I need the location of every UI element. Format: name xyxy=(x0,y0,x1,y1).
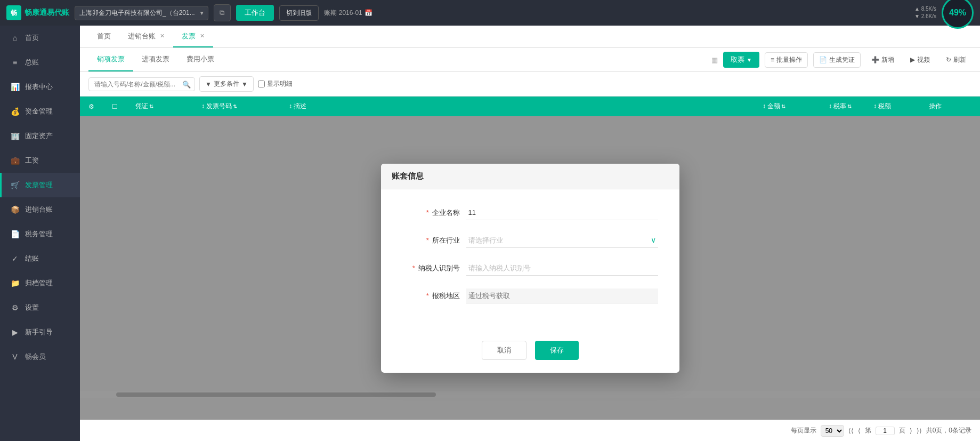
inner-tab-purchase-label: 进项发票 xyxy=(142,55,169,63)
sidebar-label-guide: 新手引导 xyxy=(25,327,53,337)
copy-icon: ⧉ xyxy=(220,9,224,17)
sidebar-item-guide[interactable]: ▶ 新手引导 xyxy=(0,320,80,344)
sidebar-label-home: 首页 xyxy=(25,33,39,43)
workbench-button[interactable]: 工作台 xyxy=(236,5,274,21)
pagination-bar: 每页显示 50 ⟨⟨ ⟨ 第 页 ⟩ ⟩⟩ 共0页，0条记录 xyxy=(80,420,980,441)
gen-voucher-icon: 📄 xyxy=(819,56,827,63)
label-company: * 企业名称 xyxy=(402,208,466,218)
page-input[interactable] xyxy=(876,427,895,435)
sidebar-item-home[interactable]: ⌂ 首页 xyxy=(0,26,80,50)
cancel-button[interactable]: 取消 xyxy=(482,341,527,360)
sidebar-item-reports[interactable]: 📊 报表中心 xyxy=(0,75,80,99)
input-tax-region xyxy=(466,288,658,303)
col-action-label: 操作 xyxy=(929,102,942,111)
tab-purchase-label: 进销台账 xyxy=(128,31,156,41)
logo-icon: 畅 xyxy=(6,5,21,20)
inner-tab-purchase[interactable]: 进项发票 xyxy=(133,48,178,71)
page-last-btn[interactable]: ⟩⟩ xyxy=(917,427,922,435)
col-voucher: 凭证 ⇅ xyxy=(135,102,199,111)
label-industry: * 所在行业 xyxy=(402,236,466,245)
col-amount: ↕ 金额 ⇅ xyxy=(763,102,827,111)
refresh-icon: ↻ xyxy=(946,56,951,63)
tab-invoice[interactable]: 发票 ✕ xyxy=(173,26,213,47)
required-star-company: * xyxy=(426,209,429,217)
top-bar-right: ▲ 8.5K/s ▼ 2.6K/s 49% xyxy=(914,0,974,29)
purchase-icon: 📦 xyxy=(10,205,20,214)
sidebar-item-member[interactable]: V 畅会员 xyxy=(0,344,80,369)
sidebar-item-purchase[interactable]: 📦 进销台账 xyxy=(0,197,80,222)
col-invoice-no-sort[interactable]: ⇅ xyxy=(233,103,237,109)
switch-old-button[interactable]: 切到旧版 xyxy=(279,5,319,21)
calendar-icon[interactable]: 📅 xyxy=(365,9,372,17)
video-button[interactable]: ▶ 视频 xyxy=(905,53,935,67)
sidebar-item-ledger[interactable]: ≡ 总账 xyxy=(0,50,80,75)
ticket-button[interactable]: 取票 ▼ xyxy=(723,52,759,68)
label-taxregion: * 报税地区 xyxy=(402,291,466,301)
tab-home[interactable]: 首页 xyxy=(88,26,119,47)
col-voucher-sort[interactable]: ⇅ xyxy=(149,103,153,109)
sidebar-label-purchase: 进销台账 xyxy=(25,205,53,214)
sidebar-label-tax: 税务管理 xyxy=(25,229,53,239)
show-detail-checkbox[interactable]: 显示明细 xyxy=(258,79,293,89)
page-next-btn[interactable]: ⟩ xyxy=(910,427,912,435)
modal-footer: 取消 保存 xyxy=(381,332,679,373)
sidebar-item-payroll[interactable]: 💼 工资 xyxy=(0,148,80,173)
sidebar-item-funds[interactable]: 💰 资金管理 xyxy=(0,99,80,124)
refresh-button[interactable]: ↻ 刷新 xyxy=(941,53,971,67)
page-first-btn[interactable]: ⟨⟨ xyxy=(848,427,854,435)
company-name-text: 上海卯金刀电子科技有限公司_（台201... xyxy=(79,9,195,18)
per-page-label: 每页显示 xyxy=(791,426,816,435)
funds-icon: 💰 xyxy=(10,107,20,116)
sidebar-item-archive[interactable]: 📁 归档管理 xyxy=(0,271,80,295)
page-label: 第 xyxy=(865,426,871,435)
filter-down-icon: ▼ xyxy=(241,81,248,88)
logo-text: 畅康通易代账 xyxy=(25,8,69,18)
batch-op-label: 批量操作 xyxy=(776,55,802,65)
gen-voucher-button[interactable]: 📄 生成凭证 xyxy=(813,52,861,68)
col-amount-sort[interactable]: ⇅ xyxy=(781,103,785,109)
input-tax-id[interactable] xyxy=(466,261,658,276)
save-button[interactable]: 保存 xyxy=(535,341,579,360)
ticket-dropdown-icon: ▼ xyxy=(747,57,752,63)
page-prev-btn[interactable]: ⟨ xyxy=(858,427,861,435)
sidebar: ⌂ 首页 ≡ 总账 📊 报表中心 💰 资金管理 🏢 固定资产 💼 工资 🛒 发票… xyxy=(0,26,80,441)
period-info: 账期 2016-01 📅 xyxy=(324,9,372,18)
col-checkbox[interactable]: ☐ xyxy=(112,103,133,110)
sidebar-item-tax[interactable]: 📄 税务管理 xyxy=(0,222,80,246)
batch-op-button[interactable]: ≡ 批量操作 xyxy=(765,52,808,68)
label-company-text: 企业名称 xyxy=(432,209,460,217)
sidebar-item-settlement[interactable]: ✓ 结账 xyxy=(0,246,80,271)
col-tax: ↕ 税额 xyxy=(873,102,927,111)
assets-icon: 🏢 xyxy=(10,132,20,140)
ledger-icon: ≡ xyxy=(10,58,20,67)
inner-tab-sales[interactable]: 销项发票 xyxy=(88,48,133,71)
select-industry-wrap: 请选择行业 ∨ xyxy=(466,233,658,248)
input-company-name[interactable] xyxy=(466,205,658,220)
filter-button[interactable]: ▼ 更多条件 ▼ xyxy=(199,76,254,92)
sidebar-item-assets[interactable]: 🏢 固定资产 xyxy=(0,124,80,148)
search-input[interactable] xyxy=(88,77,195,91)
inner-tab-expense-label: 费用小票 xyxy=(187,55,214,63)
tab-purchase[interactable]: 进销台账 ✕ xyxy=(119,26,173,47)
show-detail-input[interactable] xyxy=(258,81,265,87)
col-settings[interactable]: ⚙ xyxy=(88,103,110,110)
sidebar-item-settings[interactable]: ⚙ 设置 xyxy=(0,295,80,320)
select-industry[interactable]: 请选择行业 xyxy=(466,233,658,247)
col-tax-rate-sort[interactable]: ⇅ xyxy=(847,103,852,109)
video-label: 视频 xyxy=(917,55,930,65)
label-taxid-text: 纳税人识别号 xyxy=(418,264,460,272)
tab-invoice-close[interactable]: ✕ xyxy=(200,33,205,39)
inner-tab-expense[interactable]: 费用小票 xyxy=(178,48,223,71)
tab-purchase-close[interactable]: ✕ xyxy=(160,33,165,39)
copy-icon-btn[interactable]: ⧉ xyxy=(214,4,231,21)
new-button[interactable]: ➕ 新增 xyxy=(866,53,900,67)
grid-view-icon[interactable]: ▦ xyxy=(711,56,718,64)
required-star-industry: * xyxy=(426,236,429,244)
refresh-label: 刷新 xyxy=(953,55,966,65)
sidebar-item-invoice[interactable]: 🛒 发票管理 xyxy=(0,173,80,197)
modal-header: 账套信息 xyxy=(381,164,679,189)
sidebar-label-member: 畅会员 xyxy=(25,352,46,362)
new-icon: ➕ xyxy=(871,56,879,63)
company-selector[interactable]: 上海卯金刀电子科技有限公司_（台201... ▼ xyxy=(75,6,208,20)
per-page-select[interactable]: 50 xyxy=(821,425,844,437)
